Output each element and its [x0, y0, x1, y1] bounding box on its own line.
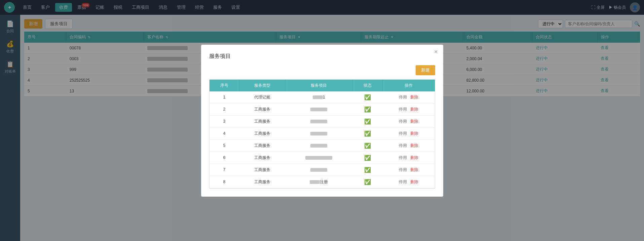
modal-cell-type: 工商服务 — [239, 176, 286, 188]
modal-title: 服务项目 — [209, 53, 435, 60]
modal-col-type: 服务类型 — [239, 80, 286, 91]
modal-table-row: 3 工商服务 ✅ 停用 删除 — [210, 115, 435, 127]
modal-toolbar: 新建 — [209, 65, 435, 75]
modal-table-row: 7 工商服务 ✅ 停用 删除 — [210, 164, 435, 176]
modal-cell-status: ✅ — [352, 176, 383, 188]
modal-table-row: 6 工商服务 ✅ 停用 删除 — [210, 152, 435, 164]
modal-cell-type: 代理记账 — [239, 91, 286, 104]
status-check-icon: ✅ — [364, 94, 371, 100]
status-check-icon: ✅ — [364, 119, 371, 124]
stop-button[interactable]: 停用 — [399, 119, 407, 124]
modal-cell-item — [286, 152, 352, 164]
modal-cell-item: 1 — [286, 91, 352, 104]
modal-table-row: 2 工商服务 ✅ 停用 删除 — [210, 103, 435, 115]
delete-button[interactable]: 删除 — [410, 95, 418, 99]
modal-col-seq: 序号 — [210, 80, 239, 91]
modal-cell-seq: 6 — [210, 152, 239, 164]
modal-cell-seq: 3 — [210, 115, 239, 127]
modal-cell-seq: 1 — [210, 91, 239, 104]
stop-button[interactable]: 停用 — [399, 143, 407, 148]
delete-button[interactable]: 删除 — [410, 119, 418, 124]
status-check-icon: ✅ — [364, 131, 371, 136]
modal-cell-type: 工商服务 — [239, 139, 286, 152]
status-check-icon: ✅ — [364, 167, 371, 173]
modal-cell-status: ✅ — [352, 139, 383, 152]
modal-cell-type: 工商服务 — [239, 115, 286, 127]
modal-cell-status: ✅ — [352, 103, 383, 115]
modal-cell-item — [286, 127, 352, 139]
modal-cell-status: ✅ — [352, 152, 383, 164]
modal-cell-actions: 停用 删除 — [383, 115, 434, 127]
modal-cell-status: ✅ — [352, 127, 383, 139]
modal-cell-seq: 2 — [210, 103, 239, 115]
modal-table-row: 5 工商服务 ✅ 停用 删除 — [210, 139, 435, 152]
modal-cell-item — [286, 164, 352, 176]
modal-cell-item: 注册 — [286, 176, 352, 188]
service-modal: × 服务项目 新建 序号 服务类型 服务项目 状态 操作 1 代理记账 1 ✅ — [201, 45, 443, 197]
service-table-wrap[interactable]: 序号 服务类型 服务项目 状态 操作 1 代理记账 1 ✅ 停用 删除 2 工商… — [209, 79, 435, 189]
modal-cell-status: ✅ — [352, 164, 383, 176]
modal-cell-type: 工商服务 — [239, 152, 286, 164]
modal-cell-actions: 停用 删除 — [383, 127, 434, 139]
modal-col-status: 状态 — [352, 80, 383, 91]
modal-overlay[interactable]: × 服务项目 新建 序号 服务类型 服务项目 状态 操作 1 代理记账 1 ✅ — [0, 0, 644, 241]
modal-cell-seq: 4 — [210, 127, 239, 139]
modal-cell-type: 工商服务 — [239, 164, 286, 176]
modal-cell-seq: 8 — [210, 176, 239, 188]
status-check-icon: ✅ — [364, 143, 371, 149]
modal-cell-actions: 停用 删除 — [383, 176, 434, 188]
modal-cell-actions: 停用 删除 — [383, 103, 434, 115]
modal-cell-status: ✅ — [352, 115, 383, 127]
stop-button[interactable]: 停用 — [399, 131, 407, 136]
modal-cell-actions: 停用 删除 — [383, 164, 434, 176]
modal-table-row: 4 工商服务 ✅ 停用 删除 — [210, 127, 435, 139]
service-table: 序号 服务类型 服务项目 状态 操作 1 代理记账 1 ✅ 停用 删除 2 工商… — [210, 80, 435, 188]
modal-cell-seq: 7 — [210, 164, 239, 176]
modal-table-row: 8 工商服务 注册 ✅ 停用 删除 — [210, 176, 435, 188]
stop-button[interactable]: 停用 — [399, 107, 407, 112]
delete-button[interactable]: 删除 — [410, 179, 418, 184]
stop-button[interactable]: 停用 — [399, 155, 407, 160]
modal-table-row: 1 代理记账 1 ✅ 停用 删除 — [210, 91, 435, 104]
modal-col-action: 操作 — [383, 80, 434, 91]
modal-cell-status: ✅ — [352, 91, 383, 104]
modal-cell-actions: 停用 删除 — [383, 152, 434, 164]
delete-button[interactable]: 删除 — [410, 167, 418, 172]
delete-button[interactable]: 删除 — [410, 155, 418, 160]
delete-button[interactable]: 删除 — [410, 107, 418, 112]
status-check-icon: ✅ — [364, 107, 371, 112]
create-service-button[interactable]: 新建 — [416, 65, 435, 75]
modal-cell-seq: 5 — [210, 139, 239, 152]
delete-button[interactable]: 删除 — [410, 131, 418, 136]
modal-cell-item — [286, 115, 352, 127]
modal-cell-type: 工商服务 — [239, 127, 286, 139]
modal-cell-item — [286, 103, 352, 115]
modal-cell-type: 工商服务 — [239, 103, 286, 115]
status-check-icon: ✅ — [364, 155, 371, 161]
stop-button[interactable]: 停用 — [399, 179, 407, 184]
modal-cell-actions: 停用 删除 — [383, 91, 434, 104]
delete-button[interactable]: 删除 — [410, 143, 418, 148]
modal-close-button[interactable]: × — [434, 49, 438, 55]
stop-button[interactable]: 停用 — [399, 167, 407, 172]
stop-button[interactable]: 停用 — [399, 95, 407, 99]
modal-cell-actions: 停用 删除 — [383, 139, 434, 152]
modal-col-item: 服务项目 — [286, 80, 352, 91]
modal-cell-item — [286, 139, 352, 152]
status-check-icon: ✅ — [364, 179, 371, 185]
